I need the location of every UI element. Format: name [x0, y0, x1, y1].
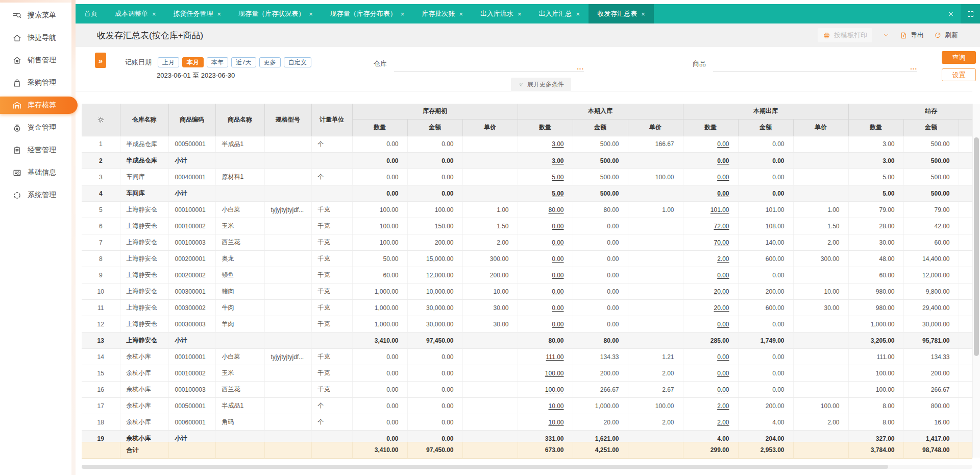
cell-value: 266.67 — [573, 382, 628, 398]
outbound-qty-link[interactable]: 20.00 — [714, 304, 729, 312]
tab-close-icon[interactable]: × — [459, 11, 463, 17]
outbound-qty-link[interactable]: 4.00 — [717, 435, 729, 442]
product-input[interactable]: ... — [713, 59, 917, 72]
tab-4[interactable]: 现存量（库存分布表） × — [322, 4, 413, 23]
tab-close-icon[interactable]: × — [217, 11, 222, 17]
tab-close-icon[interactable]: × — [401, 11, 405, 17]
sub-column-header: 数量 — [518, 119, 573, 136]
product-picker-button[interactable]: ... — [910, 65, 917, 69]
cell-value: 15,000.00 — [407, 251, 462, 267]
refresh-button[interactable]: 刷新 — [934, 31, 958, 40]
inbound-qty-link[interactable]: 100.00 — [545, 370, 564, 377]
vertical-scrollbar-thumb[interactable] — [974, 137, 979, 356]
date-chip-4[interactable]: 更多 — [259, 57, 281, 67]
inbound-qty-link[interactable]: 0.00 — [552, 321, 564, 328]
inbound-qty-link[interactable]: 10.00 — [548, 402, 564, 410]
sidebar-item-search-menu[interactable]: 搜索菜单 — [0, 4, 71, 27]
inbound-qty-link[interactable]: 80.00 — [548, 206, 564, 213]
inbound-qty-link[interactable]: 0.00 — [552, 255, 564, 263]
warehouse-picker-button[interactable]: ... — [577, 65, 584, 69]
warehouse-input[interactable]: ... — [394, 59, 584, 72]
outbound-qty-link[interactable]: 0.00 — [717, 190, 729, 197]
inbound-qty-link[interactable]: 100.00 — [545, 386, 564, 393]
sidebar-item-funds[interactable]: 资金管理 — [0, 116, 71, 139]
inbound-qty-link[interactable]: 3.00 — [552, 140, 564, 148]
tab-3[interactable]: 现存量（库存状况表） × — [230, 4, 322, 23]
sidebar-item-purchase[interactable]: 采购管理 — [0, 72, 71, 94]
tab-2[interactable]: 拣货任务管理 × — [165, 4, 230, 23]
sidebar-item-system[interactable]: 系统管理 — [0, 184, 71, 206]
date-chip-2[interactable]: 本年 — [207, 57, 228, 67]
sub-column-header: 单价 — [628, 119, 683, 136]
inbound-qty-link[interactable]: 5.00 — [552, 190, 564, 197]
sidebar-item-home[interactable]: 快捷导航 — [0, 27, 71, 49]
outbound-qty-link[interactable]: 0.00 — [717, 140, 729, 148]
sidebar-item-baseinfo[interactable]: 基础信息 — [0, 161, 71, 184]
outbound-qty-link[interactable]: 0.00 — [717, 321, 729, 328]
inbound-qty-link[interactable]: 5.00 — [552, 174, 564, 181]
outbound-qty-link[interactable]: 0.00 — [717, 370, 729, 377]
collapse-filter-button[interactable]: » — [95, 53, 106, 68]
column-settings-gear-icon[interactable] — [82, 104, 120, 136]
tab-5[interactable]: 库存批次账 × — [413, 4, 472, 23]
outbound-qty-link[interactable]: 101.00 — [710, 206, 729, 213]
tab-close-icon[interactable]: × — [518, 11, 522, 17]
inbound-qty-link[interactable]: 331.00 — [545, 435, 564, 442]
tab-close-icon[interactable]: × — [641, 11, 645, 17]
outbound-qty-link[interactable]: 0.00 — [717, 353, 729, 361]
inbound-qty-link[interactable]: 10.00 — [548, 419, 564, 426]
inbound-qty-link[interactable]: 111.00 — [546, 353, 564, 361]
print-options-chevron-down-icon[interactable] — [883, 32, 890, 39]
row-number: 6 — [82, 218, 120, 234]
outbound-qty-link[interactable]: 0.00 — [717, 386, 729, 393]
cell-value: 980.00 — [848, 300, 903, 316]
tab-6[interactable]: 出入库流水 × — [472, 4, 530, 23]
outbound-qty-link[interactable]: 70.00 — [714, 239, 729, 246]
outbound-qty-link[interactable]: 72.00 — [714, 223, 729, 230]
outbound-qty-link[interactable]: 2.00 — [717, 419, 729, 426]
date-chip-1[interactable]: 本月 — [182, 57, 204, 67]
inbound-qty-link[interactable]: 80.00 — [548, 337, 564, 344]
horizontal-scrollbar[interactable] — [82, 465, 972, 469]
inbound-qty-link[interactable]: 3.00 — [552, 157, 564, 164]
outbound-qty-link[interactable]: 2.00 — [717, 402, 729, 410]
outbound-qty-link[interactable]: 285.00 — [710, 337, 729, 344]
outbound-qty-link[interactable]: 20.00 — [714, 288, 729, 295]
fullscreen-icon[interactable] — [961, 4, 980, 23]
tab-close-icon[interactable]: × — [152, 11, 156, 17]
outbound-qty-link[interactable]: 0.00 — [717, 272, 729, 279]
tab-7[interactable]: 出入库汇总 × — [530, 4, 589, 23]
table-body-viewport[interactable]: 1半成品仓库000500001半成品1个0.000.003.00500.0016… — [82, 136, 972, 442]
print-by-template-button[interactable]: 按模板打印 — [818, 28, 872, 42]
export-button[interactable]: 导出 — [900, 31, 924, 40]
inbound-qty-link[interactable]: 0.00 — [552, 272, 564, 279]
expand-more-conditions-button[interactable]: 展开更多条件 — [511, 78, 571, 91]
date-chip-0[interactable]: 上月 — [158, 57, 179, 67]
cell-value: 3,410.00 — [352, 332, 407, 349]
query-button[interactable]: 查询 — [942, 51, 976, 64]
close-icon[interactable] — [941, 4, 961, 23]
cell-value: 0.00 — [352, 349, 407, 365]
inbound-qty-link[interactable]: 0.00 — [552, 223, 564, 230]
inbound-qty-link[interactable]: 0.00 — [552, 239, 564, 246]
sidebar-item-inventory[interactable]: 库存核算 — [0, 97, 78, 114]
refresh-icon — [934, 32, 942, 39]
tab-1[interactable]: 成本调整单 × — [106, 4, 165, 23]
settings-button[interactable]: 设置 — [942, 68, 976, 81]
row-number: 4 — [82, 185, 120, 202]
tab-8[interactable]: 收发存汇总表 × — [589, 4, 654, 23]
outbound-qty-link[interactable]: 0.00 — [717, 174, 729, 181]
tab-close-icon[interactable]: × — [576, 11, 580, 17]
inbound-qty-link[interactable]: 0.00 — [552, 304, 564, 312]
date-chip-3[interactable]: 近7天 — [231, 57, 256, 67]
horizontal-scrollbar-thumb[interactable] — [82, 465, 888, 469]
tab-0[interactable]: 首页 — [76, 4, 106, 23]
outbound-qty-link[interactable]: 0.00 — [717, 157, 729, 164]
tab-close-icon[interactable]: × — [309, 11, 313, 17]
inbound-qty-link[interactable]: 0.00 — [552, 288, 564, 295]
sidebar-item-operations[interactable]: 经营管理 — [0, 139, 71, 161]
date-chip-5[interactable]: 自定义 — [284, 57, 311, 67]
sidebar-item-sales[interactable]: 销售管理 — [0, 49, 71, 72]
outbound-qty-link[interactable]: 2.00 — [717, 255, 729, 263]
vertical-scrollbar[interactable] — [972, 104, 980, 458]
